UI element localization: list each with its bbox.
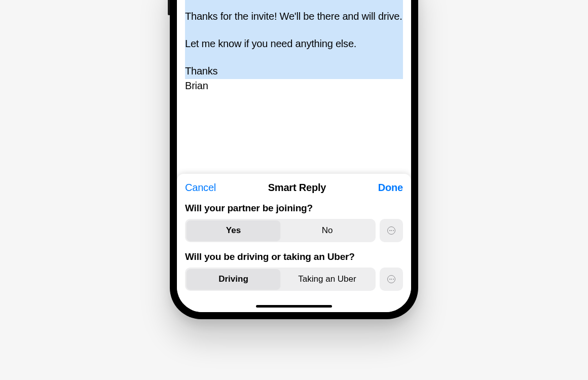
message-signature: Brian: [185, 79, 403, 93]
question-partner: Will your partner be joining? Yes No: [185, 203, 403, 242]
cancel-button[interactable]: Cancel: [185, 182, 216, 194]
option-driving[interactable]: Driving: [187, 269, 280, 289]
sheet-title: Smart Reply: [268, 182, 326, 194]
smart-reply-sheet: Cancel Smart Reply Done Will your partne…: [177, 174, 411, 312]
message-closing: Thanks: [185, 64, 403, 78]
sheet-header: Cancel Smart Reply Done: [185, 182, 403, 194]
ellipsis-circle-icon: [387, 275, 395, 283]
segmented-control-transport: Driving Taking an Uber: [185, 268, 376, 291]
question-label: Will your partner be joining?: [185, 203, 403, 214]
question-transport: Will you be driving or taking an Uber? D…: [185, 251, 403, 291]
message-body[interactable]: Hi Jasmine Thanks for the invite! We'll …: [177, 0, 411, 98]
ellipsis-circle-icon: [387, 226, 395, 235]
option-no[interactable]: No: [280, 220, 374, 241]
option-uber[interactable]: Taking an Uber: [280, 269, 374, 289]
message-paragraph-2: Let me know if you need anything else.: [185, 37, 403, 51]
option-yes[interactable]: Yes: [187, 220, 280, 241]
phone-screen: Hi Jasmine Thanks for the invite! We'll …: [177, 0, 411, 312]
message-selection: Hi Jasmine Thanks for the invite! We'll …: [185, 0, 403, 79]
home-indicator[interactable]: [256, 305, 332, 308]
question-label: Will you be driving or taking an Uber?: [185, 251, 403, 262]
done-button[interactable]: Done: [378, 182, 403, 194]
message-paragraph-1: Thanks for the invite! We'll be there an…: [185, 10, 403, 23]
phone-frame: Hi Jasmine Thanks for the invite! We'll …: [170, 0, 418, 319]
more-options-button[interactable]: [380, 219, 403, 242]
more-options-button[interactable]: [380, 268, 403, 291]
segmented-control-partner: Yes No: [185, 219, 376, 242]
phone-side-button: [168, 0, 170, 15]
